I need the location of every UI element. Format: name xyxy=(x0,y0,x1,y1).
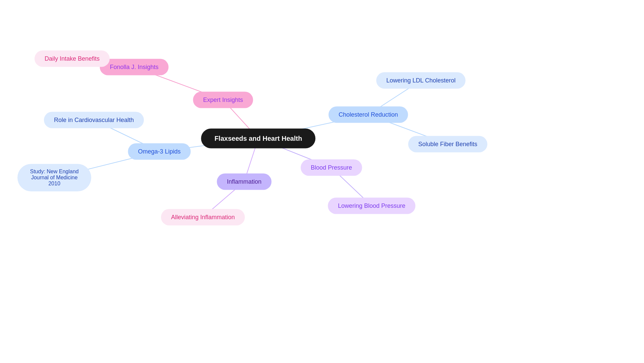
lowering-ldl-label: Lowering LDL Cholesterol xyxy=(386,77,455,84)
center-node[interactable]: Flaxseeds and Heart Health xyxy=(201,129,315,148)
study-nejm-node[interactable]: Study: New England Journal of Medicine 2… xyxy=(17,164,91,191)
fonolla-insights-label: Fonolla J. Insights xyxy=(110,64,158,71)
expert-insights-label: Expert Insights xyxy=(203,97,243,104)
soluble-fiber-node[interactable]: Soluble Fiber Benefits xyxy=(408,136,487,153)
omega3-label: Omega-3 Lipids xyxy=(138,148,180,155)
alleviating-inflammation-node[interactable]: Alleviating Inflammation xyxy=(161,209,245,226)
cardio-health-label: Role in Cardiovascular Health xyxy=(54,117,134,124)
alleviating-inflammation-label: Alleviating Inflammation xyxy=(171,214,235,221)
fonolla-insights-node[interactable]: Fonolla J. Insights xyxy=(100,59,168,75)
omega3-node[interactable]: Omega-3 Lipids xyxy=(128,143,191,160)
daily-intake-label: Daily Intake Benefits xyxy=(45,55,100,62)
cholesterol-reduction-node[interactable]: Cholesterol Reduction xyxy=(328,107,408,123)
lowering-bp-node[interactable]: Lowering Blood Pressure xyxy=(328,198,415,214)
cardio-health-node[interactable]: Role in Cardiovascular Health xyxy=(44,112,144,128)
cholesterol-reduction-label: Cholesterol Reduction xyxy=(338,111,398,118)
expert-insights-node[interactable]: Expert Insights xyxy=(193,92,253,108)
soluble-fiber-label: Soluble Fiber Benefits xyxy=(418,141,477,148)
blood-pressure-label: Blood Pressure xyxy=(311,164,352,171)
inflammation-label: Inflammation xyxy=(227,178,261,185)
study-nejm-label: Study: New England Journal of Medicine 2… xyxy=(28,169,81,187)
inflammation-node[interactable]: Inflammation xyxy=(217,174,271,190)
lowering-ldl-node[interactable]: Lowering LDL Cholesterol xyxy=(376,72,466,89)
blood-pressure-node[interactable]: Blood Pressure xyxy=(301,160,362,176)
daily-intake-node[interactable]: Daily Intake Benefits xyxy=(35,51,110,67)
lowering-bp-label: Lowering Blood Pressure xyxy=(338,202,405,209)
